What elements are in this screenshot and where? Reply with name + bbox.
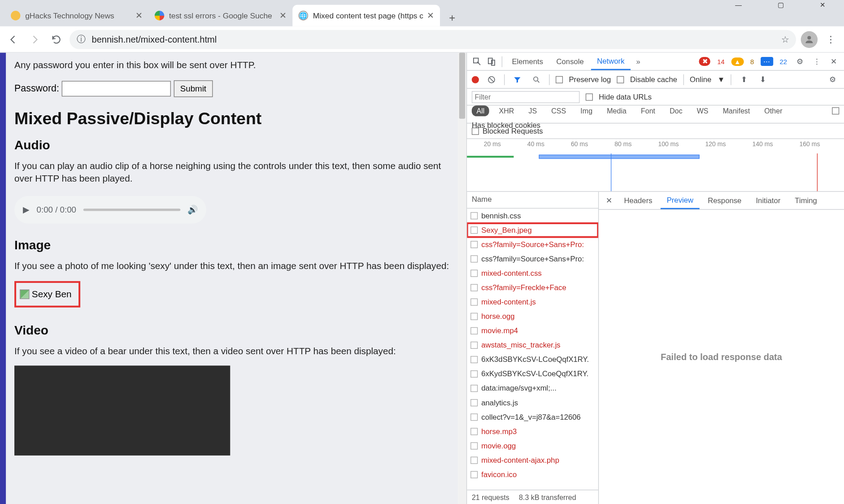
back-button[interactable] — [5, 31, 22, 48]
device-toggle-icon[interactable] — [485, 55, 498, 68]
settings-gear-icon[interactable]: ⚙ — [794, 55, 807, 68]
url-bar[interactable]: ⓘ bennish.net/mixed-content.html ☆ — [70, 30, 796, 49]
filter-input[interactable] — [472, 91, 580, 103]
volume-icon[interactable]: 🔊 — [187, 205, 198, 214]
maximize-button[interactable]: ▢ — [769, 1, 792, 7]
download-icon[interactable]: ⬇ — [757, 73, 770, 86]
file-icon — [470, 241, 478, 248]
warning-badge-icon[interactable]: ▲ — [731, 57, 744, 66]
request-row[interactable]: movie.mp4 — [467, 324, 598, 338]
type-filter-manifest[interactable]: Manifest — [718, 105, 755, 116]
search-icon[interactable] — [530, 73, 543, 86]
request-row[interactable]: css?family=Source+Sans+Pro: — [467, 237, 598, 252]
tab-response[interactable]: Response — [702, 193, 748, 209]
close-tab-button[interactable]: ✕ — [135, 11, 143, 20]
type-filter-doc[interactable]: Doc — [665, 105, 687, 116]
minimize-button[interactable]: — — [727, 1, 750, 7]
request-row[interactable]: Sexy_Ben.jpeg — [467, 223, 598, 237]
close-detail-button[interactable]: ✕ — [602, 194, 615, 207]
record-button[interactable] — [472, 76, 479, 83]
info-badge-icon[interactable]: ⋯ — [761, 57, 773, 66]
type-filter-css[interactable]: CSS — [547, 105, 571, 116]
tab-console[interactable]: Console — [550, 54, 590, 70]
new-tab-button[interactable]: + — [444, 9, 460, 26]
type-filter-xhr[interactable]: XHR — [494, 105, 519, 116]
tab-ghacks[interactable]: gHacks Technology News ✕ — [5, 5, 149, 26]
page-scrollbar[interactable] — [458, 53, 466, 504]
preserve-log-checkbox[interactable] — [556, 76, 563, 83]
tab-timing[interactable]: Timing — [789, 193, 823, 209]
request-row[interactable]: awstats_misc_tracker.js — [467, 338, 598, 352]
request-list: Name bennish.cssSexy_Ben.jpegcss?family=… — [467, 192, 599, 504]
request-row[interactable]: movie.ogg — [467, 439, 598, 453]
type-filter-all[interactable]: All — [472, 105, 489, 116]
request-row[interactable]: data:image/svg+xml;... — [467, 381, 598, 395]
type-filter-font[interactable]: Font — [636, 105, 660, 116]
request-row[interactable]: 6xK3dSBYKcSV-LCoeQqfX1RY. — [467, 352, 598, 367]
close-window-button[interactable]: ✕ — [810, 1, 834, 7]
tab-initiator[interactable]: Initiator — [750, 193, 787, 209]
close-tab-button[interactable]: ✕ — [279, 11, 287, 20]
request-row[interactable]: mixed-content.css — [467, 266, 598, 280]
blocked-requests-checkbox[interactable] — [472, 127, 479, 135]
request-row[interactable]: horse.mp3 — [467, 424, 598, 439]
url-text: bennish.net/mixed-content.html — [91, 34, 217, 44]
type-filter-media[interactable]: Media — [602, 105, 631, 116]
throttle-select[interactable]: Online — [690, 75, 711, 84]
request-row[interactable]: 6xKydSBYKcSV-LCoeQqfX1RY. — [467, 367, 598, 381]
network-timeline[interactable]: 20 ms40 ms60 ms80 ms100 ms120 ms140 ms16… — [467, 139, 844, 192]
request-row[interactable]: collect?v=1&_v=j87&a=12606 — [467, 410, 598, 424]
type-filter-other[interactable]: Other — [760, 105, 787, 116]
image-heading: Image — [14, 238, 449, 252]
tab-preview[interactable]: Preview — [661, 192, 699, 209]
reload-button[interactable] — [48, 31, 65, 48]
request-name: horse.mp3 — [481, 427, 517, 436]
scrollbar-thumb[interactable] — [459, 53, 465, 119]
play-icon[interactable]: ▶ — [23, 205, 30, 214]
type-filter-ws[interactable]: WS — [692, 105, 713, 116]
request-row[interactable]: css?family=Source+Sans+Pro: — [467, 252, 598, 266]
request-row[interactable]: horse.ogg — [467, 309, 598, 324]
throttle-dropdown-icon[interactable]: ▼ — [718, 75, 725, 84]
site-info-icon[interactable]: ⓘ — [77, 34, 86, 45]
more-tabs-icon[interactable]: » — [632, 55, 645, 68]
audio-progress[interactable] — [83, 209, 180, 211]
tab-elements[interactable]: Elements — [506, 54, 549, 70]
hide-data-urls-checkbox[interactable] — [586, 93, 593, 100]
type-filter-img[interactable]: Img — [576, 105, 597, 116]
submit-button[interactable]: Submit — [174, 80, 213, 97]
request-row[interactable]: css?family=Freckle+Face — [467, 281, 598, 295]
profile-avatar[interactable] — [801, 31, 818, 48]
disable-cache-checkbox[interactable] — [617, 76, 624, 83]
upload-icon[interactable]: ⬆ — [737, 73, 750, 86]
bookmark-star-icon[interactable]: ☆ — [781, 34, 789, 45]
blocked-cookies-checkbox[interactable] — [832, 107, 839, 114]
type-filter-js[interactable]: JS — [524, 105, 542, 116]
error-badge-icon[interactable]: ✖ — [699, 57, 710, 66]
tab-google[interactable]: test ssl errors - Google Suche ✕ — [148, 5, 292, 26]
request-row[interactable]: mixed-content-ajax.php — [467, 453, 598, 467]
timeline-selection[interactable] — [539, 155, 700, 159]
request-row[interactable]: analytics.js — [467, 395, 598, 410]
password-input[interactable] — [62, 81, 171, 97]
inspect-icon[interactable] — [470, 55, 483, 68]
name-column-header[interactable]: Name — [467, 192, 598, 209]
request-row[interactable]: favicon.ico — [467, 468, 598, 482]
video-player[interactable] — [14, 366, 230, 456]
timeline-marker — [611, 153, 611, 191]
svg-point-0 — [807, 36, 811, 39]
browser-menu-button[interactable]: ⋮ — [822, 31, 839, 48]
tab-headers[interactable]: Headers — [618, 193, 658, 209]
request-row[interactable]: mixed-content.js — [467, 295, 598, 309]
filter-icon[interactable] — [511, 73, 524, 86]
clear-icon[interactable] — [485, 73, 498, 86]
devtools-menu-icon[interactable]: ⋮ — [810, 55, 823, 68]
tab-mixed-content[interactable]: 🌐 Mixed content test page (https c ✕ — [292, 5, 440, 26]
network-settings-gear-icon[interactable]: ⚙ — [826, 73, 839, 86]
forward-button[interactable] — [26, 31, 43, 48]
request-row[interactable]: bennish.css — [467, 209, 598, 223]
close-tab-button[interactable]: ✕ — [427, 11, 434, 20]
tab-network[interactable]: Network — [591, 53, 631, 70]
close-devtools-button[interactable]: ✕ — [827, 55, 840, 68]
audio-player[interactable]: ▶ 0:00 / 0:00 🔊 — [14, 196, 206, 223]
